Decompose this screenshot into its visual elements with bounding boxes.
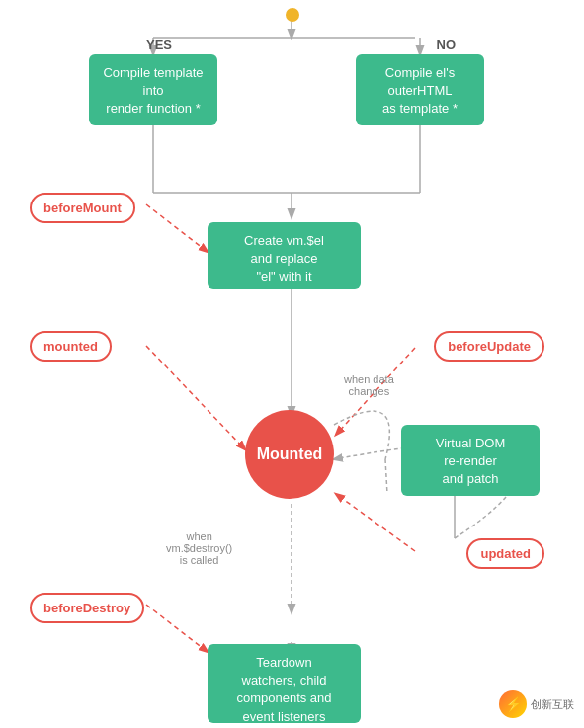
watermark: ⚡ 创新互联 — [499, 690, 574, 718]
updated-hook: updated — [466, 538, 544, 569]
teardown-box: Teardown watchers, child components and … — [208, 644, 361, 723]
svg-line-11 — [146, 346, 245, 449]
before-mount-hook: beforeMount — [30, 193, 135, 223]
virtual-dom-box: Virtual DOM re-render and patch — [401, 425, 540, 496]
svg-line-9 — [146, 204, 208, 252]
start-dot — [286, 8, 299, 22]
svg-line-15 — [336, 494, 415, 551]
watermark-text: 创新互联 — [531, 697, 574, 712]
compile-template-box: Compile template into render function * — [89, 54, 217, 125]
create-vm-box: Create vm.$el and replace "el" with it — [208, 222, 361, 289]
svg-line-13 — [385, 459, 387, 494]
mounted-hook: mounted — [30, 331, 112, 362]
when-destroy-label: when vm.$destroy() is called — [166, 530, 232, 566]
compile-el-box: Compile el's outerHTML as template * — [356, 54, 484, 125]
diagram-container: YES NO Compile template into render func… — [0, 0, 584, 728]
yes-label: YES — [146, 38, 172, 52]
svg-line-17 — [146, 605, 208, 652]
mounted-circle: Mounted — [245, 410, 334, 499]
when-data-changes-label: when data changes — [344, 373, 394, 397]
no-label: NO — [437, 38, 457, 52]
before-destroy-hook: beforeDestroy — [30, 593, 144, 623]
before-update-hook: beforeUpdate — [434, 331, 544, 362]
watermark-icon: ⚡ — [499, 690, 527, 718]
